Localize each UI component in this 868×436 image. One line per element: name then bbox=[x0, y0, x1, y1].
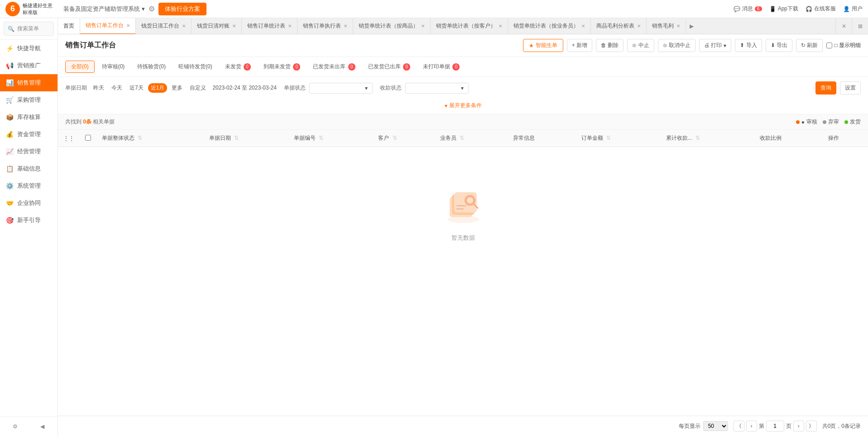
select-all-checkbox[interactable] bbox=[85, 135, 91, 141]
sort-amount-icon[interactable]: ⇅ bbox=[606, 135, 611, 141]
expand-conditions-btn[interactable]: ▾ 展开更多条件 bbox=[445, 102, 482, 109]
filter-tab-shipped-out[interactable]: 已发货已出库 0 bbox=[363, 61, 416, 72]
tab-sales-stats[interactable]: 销售订单统计表 ✕ bbox=[242, 18, 297, 34]
sort-customer-icon[interactable]: ⇅ bbox=[393, 135, 397, 141]
page-prev-btn[interactable]: ‹ bbox=[746, 421, 757, 431]
filter-tab-pending[interactable]: 待审核(0) bbox=[96, 61, 130, 72]
cancel-action[interactable]: 弃审 bbox=[823, 118, 839, 126]
per-page-select[interactable]: 10 20 50 100 bbox=[703, 421, 728, 431]
page-first-btn[interactable]: 《 bbox=[734, 421, 744, 431]
tab-bar: 首页 销售订单工作台 ✕ 钱货日清工作台 ✕ 钱货日清对账 ✕ 销售订单统计表 … bbox=[58, 18, 868, 34]
date-custom[interactable]: 自定义 bbox=[187, 83, 209, 93]
tab-more-btn[interactable]: ▶ bbox=[686, 23, 697, 29]
add-btn[interactable]: + 新增 bbox=[567, 39, 592, 52]
delete-btn[interactable]: 🗑 删除 bbox=[596, 39, 623, 52]
page-last-btn[interactable]: 》 bbox=[806, 421, 817, 431]
date-more[interactable]: 更多 bbox=[169, 83, 185, 93]
tab-close-sales-order[interactable]: ✕ bbox=[126, 23, 130, 28]
tab-close-exec[interactable]: ✕ bbox=[344, 24, 347, 28]
tab-by-salesperson[interactable]: 销货单统计表（按业务员） ✕ bbox=[508, 18, 591, 34]
export-btn[interactable]: ⬇ 导出 bbox=[766, 39, 792, 52]
tab-close-stats[interactable]: ✕ bbox=[288, 24, 292, 28]
message-icon: 💬 bbox=[734, 6, 740, 12]
page-input[interactable] bbox=[766, 421, 784, 431]
ship-action[interactable]: 发货 bbox=[844, 118, 861, 126]
filter-tab-pending-check[interactable]: 待拣验货(0) bbox=[132, 61, 171, 72]
tab-close-by-product[interactable]: ✕ bbox=[421, 24, 425, 28]
sidebar-item-marketing[interactable]: 📢 营销推广 bbox=[0, 57, 58, 74]
sidebar-item-enterprise[interactable]: 🤝 企业协同 bbox=[0, 194, 58, 212]
sidebar-item-purchase[interactable]: 🛒 采购管理 bbox=[0, 91, 58, 109]
tab-sales-exec[interactable]: 销售订单执行表 ✕ bbox=[297, 18, 353, 34]
message-btn[interactable]: 💬 消息 6 bbox=[734, 5, 762, 13]
smart-gen-btn[interactable]: ★ 智能生单 bbox=[523, 39, 563, 52]
th-checkbox[interactable] bbox=[80, 130, 96, 147]
filter-tab-all[interactable]: 全部(0) bbox=[65, 61, 95, 73]
summary-actions: ● 审核 弃审 发货 bbox=[796, 118, 861, 126]
sidebar-settings-btn[interactable]: ⚙ bbox=[4, 421, 27, 432]
page-next-btn[interactable]: › bbox=[793, 421, 804, 431]
filter-tab-expired[interactable]: 到期未发货 0 bbox=[258, 61, 306, 72]
tab-close-by-salesperson[interactable]: ✕ bbox=[581, 24, 585, 28]
settings-icon[interactable]: ⚙ bbox=[149, 5, 155, 13]
sidebar-item-sales[interactable]: 📊 销售管理 bbox=[0, 74, 58, 91]
cancel-stop-btn[interactable]: ⊙ 取消中止 bbox=[658, 39, 695, 52]
finance-icon: 💰 bbox=[5, 131, 14, 138]
tab-close-reconcile[interactable]: ✕ bbox=[232, 24, 236, 28]
tab-close-margin[interactable]: ✕ bbox=[637, 24, 641, 28]
sidebar-item-basic-info[interactable]: 📋 基础信息 bbox=[0, 160, 58, 177]
tab-sales-margin[interactable]: 销售毛利 ✕ bbox=[647, 18, 686, 34]
sidebar: 🔍 搜索菜单 ⚡ 快捷导航 📢 营销推广 📊 销售管理 🛒 采购管理 bbox=[0, 18, 58, 436]
sidebar-collapse-btn[interactable]: ◀ bbox=[31, 421, 54, 432]
status-select[interactable]: ▾ bbox=[309, 83, 373, 94]
system-title[interactable]: 装备及固定资产辅助管理系统 ▾ bbox=[63, 5, 145, 13]
sidebar-item-inventory[interactable]: 📦 库存核算 bbox=[0, 109, 58, 126]
tab-close-daily-clear[interactable]: ✕ bbox=[182, 24, 186, 28]
query-btn[interactable]: 查询 bbox=[815, 81, 836, 95]
stop-btn[interactable]: ⊙ 中止 bbox=[627, 39, 654, 52]
sidebar-item-quick-nav[interactable]: ⚡ 快捷导航 bbox=[0, 40, 58, 57]
sidebar-item-finance[interactable]: 💰 资金管理 bbox=[0, 126, 58, 143]
sort-date-icon[interactable]: ⇅ bbox=[234, 135, 239, 141]
filter-tab-not-printed[interactable]: 未打印单据 0 bbox=[417, 61, 465, 72]
sort-salesperson-icon[interactable]: ⇅ bbox=[460, 135, 464, 141]
import-btn[interactable]: ⬆ 导入 bbox=[735, 39, 762, 52]
tab-by-customer[interactable]: 销货单统计表（按客户） ✕ bbox=[431, 18, 508, 34]
refresh-btn[interactable]: ↻ 刷新 bbox=[796, 39, 823, 52]
review-action[interactable]: ● 审核 bbox=[796, 118, 817, 126]
payment-select[interactable]: ▾ bbox=[405, 83, 469, 94]
marketing-icon: 📢 bbox=[5, 62, 14, 69]
tab-reconcile[interactable]: 钱货日清对账 ✕ bbox=[192, 18, 242, 34]
online-service-btn[interactable]: 🎧 在线客服 bbox=[806, 5, 836, 13]
date-7days[interactable]: 近7天 bbox=[127, 83, 146, 93]
sidebar-item-system[interactable]: ⚙️ 系统管理 bbox=[0, 177, 58, 194]
sort-number-icon[interactable]: ⇅ bbox=[319, 135, 323, 141]
industry-btn[interactable]: 体验行业方案 bbox=[158, 3, 206, 15]
sort-collected-icon[interactable]: ⇅ bbox=[695, 135, 700, 141]
tab-margin[interactable]: 商品毛利分析表 ✕ bbox=[591, 18, 647, 34]
th-date: 单据日期 ⇅ bbox=[204, 130, 288, 147]
sidebar-item-operations[interactable]: 📈 经营管理 bbox=[0, 143, 58, 160]
show-detail-checkbox[interactable] bbox=[826, 43, 832, 48]
tab-daily-clear[interactable]: 钱货日清工作台 ✕ bbox=[136, 18, 192, 34]
print-btn[interactable]: 🖨 打印 ▾ bbox=[699, 39, 731, 52]
tab-by-product[interactable]: 销货单统计表（按商品） ✕ bbox=[353, 18, 431, 34]
filter-tab-shipped-not-out[interactable]: 已发货未出库 0 bbox=[307, 61, 360, 72]
search-menu-btn[interactable]: 🔍 搜索菜单 bbox=[4, 22, 54, 36]
tab-action-close-current[interactable]: ✕ bbox=[835, 18, 852, 34]
tab-home[interactable]: 首页 bbox=[58, 18, 80, 34]
tab-sales-order[interactable]: 销售订单工作台 ✕ bbox=[80, 18, 136, 34]
date-1month[interactable]: 近1月 bbox=[148, 83, 168, 93]
user-btn[interactable]: 👤 用户 bbox=[843, 5, 863, 13]
date-yesterday[interactable]: 昨天 bbox=[91, 83, 107, 93]
tab-action-close-all[interactable]: ⊠ bbox=[852, 18, 868, 34]
tab-close-by-customer[interactable]: ✕ bbox=[499, 24, 502, 28]
sort-status-icon[interactable]: ⇅ bbox=[138, 135, 142, 141]
tab-close-sales-margin[interactable]: ✕ bbox=[676, 24, 680, 28]
filter-settings-btn[interactable]: 设置 bbox=[840, 81, 861, 95]
filter-tab-not-shipped[interactable]: 未发货 0 bbox=[220, 61, 256, 72]
date-today[interactable]: 今天 bbox=[109, 83, 125, 93]
sidebar-item-newbie[interactable]: 🎯 新手引导 bbox=[0, 212, 58, 229]
filter-tab-wangpu[interactable]: 旺铺待发货(0) bbox=[173, 61, 218, 72]
app-download-btn[interactable]: 📱 App下载 bbox=[769, 5, 798, 13]
